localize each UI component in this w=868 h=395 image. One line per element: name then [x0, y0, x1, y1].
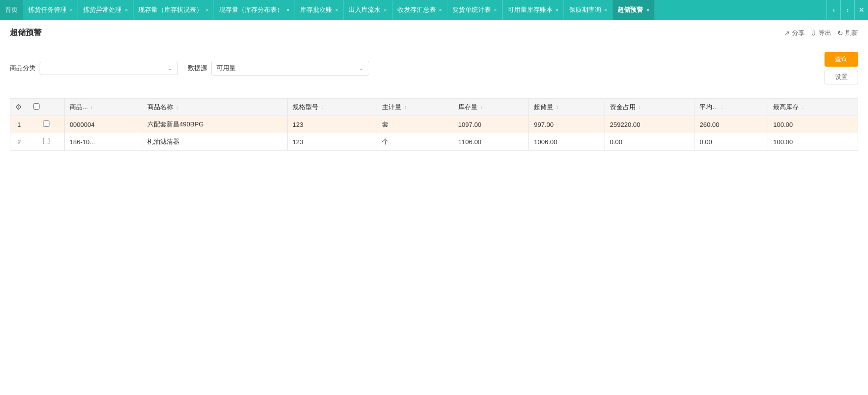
th-product-name: 商品名称 ↕ — [142, 99, 288, 116]
export-icon: ⇩ — [811, 29, 817, 37]
refresh-button[interactable]: ↻ 刷新 — [837, 29, 858, 38]
datasource-select-arrow: ⌄ — [359, 65, 364, 72]
nav-item-inventory-status[interactable]: 现存量（库存状况表） × — [133, 0, 214, 20]
nav-item-abnormal[interactable]: 拣货异常处理 × — [78, 0, 133, 20]
th-capital-occupation-label: 资金占用 — [610, 103, 636, 111]
row-capital-occupation: 259220.00 — [605, 116, 694, 133]
nav-close-inventory-status[interactable]: × — [206, 7, 209, 13]
row-stock-qty: 1106.00 — [453, 133, 528, 151]
sort-icon-stock-qty[interactable]: ↕ — [480, 105, 482, 110]
sort-icon-product-code[interactable]: ↕ — [90, 105, 93, 110]
row-overstock-qty: 1006.00 — [529, 133, 605, 151]
category-label: 商品分类 — [10, 64, 36, 73]
nav-close-task-mgmt[interactable]: × — [70, 7, 73, 13]
row-max-stock: 100.00 — [768, 133, 858, 151]
table-row: 2 186-10... 机油滤清器 123 个 1106.00 1006.00 … — [10, 133, 858, 151]
row-stock-qty: 1097.00 — [453, 116, 528, 133]
row-num: 1 — [10, 116, 28, 133]
row-checkbox[interactable] — [43, 120, 49, 127]
sort-icon-avg[interactable]: ↕ — [721, 105, 723, 110]
nav-item-quality-check[interactable]: 保质期查询 × — [564, 0, 612, 20]
nav-item-collect-summary[interactable]: 收发存汇总表 × — [392, 0, 447, 20]
category-select-value — [45, 65, 47, 72]
th-avg: 平均... ↕ — [694, 99, 768, 116]
nav-label-inventory-dist: 现存量（库存分布表） — [219, 5, 283, 14]
row-spec: 123 — [287, 133, 377, 151]
nav-close-overstock-alert[interactable]: × — [646, 7, 649, 13]
sort-icon-unit[interactable]: ↕ — [404, 105, 407, 110]
nav-item-inout-flow[interactable]: 出入库流水 × — [344, 0, 392, 20]
th-checkbox — [28, 99, 65, 116]
nav-close-inventory-dist[interactable]: × — [286, 7, 289, 13]
row-product-code: 186-10... — [64, 133, 142, 151]
nav-arrows: ‹ › ✕ — [826, 0, 868, 20]
th-max-stock-label: 最高库存 — [773, 103, 799, 111]
nav-item-home[interactable]: 首页 — [0, 0, 23, 20]
datasource-label: 数据源 — [188, 64, 207, 73]
table-body: 1 0000004 六配套新昌490BPG 123 套 1097.00 997.… — [10, 116, 858, 151]
filter-group-category: 商品分类 ⌄ — [10, 62, 178, 75]
row-unit: 个 — [377, 133, 453, 151]
th-spec: 规格型号 ↕ — [287, 99, 377, 116]
th-unit-label: 主计量 — [382, 103, 401, 111]
nav-close-inout-flow[interactable]: × — [384, 7, 387, 13]
share-button[interactable]: ↗ 分享 — [784, 29, 805, 38]
th-overstock-qty: 超储量 ↕ — [529, 99, 605, 116]
row-max-stock: 100.00 — [768, 116, 858, 133]
row-checkbox-cell — [28, 133, 65, 151]
sort-icon-product-name[interactable]: ↕ — [176, 105, 178, 110]
filter-group-datasource: 数据源 可用量 ⌄ — [188, 61, 369, 76]
datasource-select[interactable]: 可用量 ⌄ — [211, 61, 369, 76]
nav-label-order-stats: 要货单统计表 — [452, 5, 491, 14]
nav-close-abnormal[interactable]: × — [125, 7, 128, 13]
nav-item-batch[interactable]: 库存批次账 × — [295, 0, 344, 20]
row-spec: 123 — [287, 116, 377, 133]
nav-close-order-stats[interactable]: × — [494, 7, 497, 13]
row-num: 2 — [10, 133, 28, 151]
nav-label-available-account: 可用量库存账本 — [508, 5, 553, 14]
settings-icon[interactable]: ⚙ — [15, 103, 22, 111]
row-checkbox[interactable] — [43, 138, 49, 144]
nav-close-collect-summary[interactable]: × — [439, 7, 442, 13]
nav-label-quality-check: 保质期查询 — [569, 5, 601, 14]
row-unit: 套 — [377, 116, 453, 133]
th-capital-occupation: 资金占用 ↕ — [605, 99, 694, 116]
top-nav: 首页 拣货任务管理 × 拣货异常处理 × 现存量（库存状况表） × 现存量（库存… — [0, 0, 868, 20]
nav-arrow-close[interactable]: ✕ — [854, 0, 868, 20]
nav-close-available-account[interactable]: × — [556, 7, 559, 13]
th-stock-qty: 库存量 ↕ — [453, 99, 528, 116]
nav-label-overstock-alert: 超储预警 — [617, 5, 643, 14]
page-title: 超储预警 — [10, 28, 42, 38]
sort-icon-overstock-qty[interactable]: ↕ — [556, 105, 559, 110]
nav-item-overstock-alert[interactable]: 超储预警 × — [612, 0, 654, 20]
nav-item-available-account[interactable]: 可用量库存账本 × — [503, 0, 564, 20]
nav-label-batch: 库存批次账 — [300, 5, 332, 14]
data-table: ⚙ 商品... ↕ 商品名称 ↕ 规格型号 ↕ 主计量 — [10, 98, 858, 151]
nav-item-task-mgmt[interactable]: 拣货任务管理 × — [23, 0, 78, 20]
settings-button[interactable]: 设置 — [825, 70, 858, 84]
nav-close-quality-check[interactable]: × — [604, 7, 607, 13]
nav-arrow-left[interactable]: ‹ — [826, 0, 840, 20]
sort-icon-spec[interactable]: ↕ — [321, 105, 323, 110]
nav-label-collect-summary: 收发存汇总表 — [397, 5, 436, 14]
nav-close-batch[interactable]: × — [335, 7, 338, 13]
page-content: 超储预警 ↗ 分享 ⇩ 导出 ↻ 刷新 商品分类 ⌄ — [0, 20, 868, 395]
sort-icon-max-stock[interactable]: ↕ — [802, 105, 804, 110]
nav-label-home: 首页 — [5, 5, 18, 14]
export-button[interactable]: ⇩ 导出 — [811, 29, 831, 38]
nav-label-task-mgmt: 拣货任务管理 — [28, 5, 67, 14]
nav-label-inventory-status: 现存量（库存状况表） — [138, 5, 203, 14]
nav-arrow-right[interactable]: › — [840, 0, 854, 20]
row-checkbox-cell — [28, 116, 65, 133]
nav-item-order-stats[interactable]: 要货单统计表 × — [447, 0, 502, 20]
query-button[interactable]: 查询 — [825, 52, 858, 67]
table-header: ⚙ 商品... ↕ 商品名称 ↕ 规格型号 ↕ 主计量 — [10, 99, 858, 116]
select-all-checkbox[interactable] — [33, 103, 40, 110]
row-product-name: 机油滤清器 — [142, 133, 288, 151]
header-actions: ↗ 分享 ⇩ 导出 ↻ 刷新 — [784, 29, 858, 38]
sort-icon-capital[interactable]: ↕ — [638, 105, 641, 110]
table-row: 1 0000004 六配套新昌490BPG 123 套 1097.00 997.… — [10, 116, 858, 133]
category-select[interactable]: ⌄ — [40, 62, 178, 75]
filter-area: 商品分类 ⌄ 数据源 可用量 ⌄ 查询 设置 — [10, 46, 858, 90]
nav-item-inventory-dist[interactable]: 现存量（库存分布表） × — [214, 0, 295, 20]
